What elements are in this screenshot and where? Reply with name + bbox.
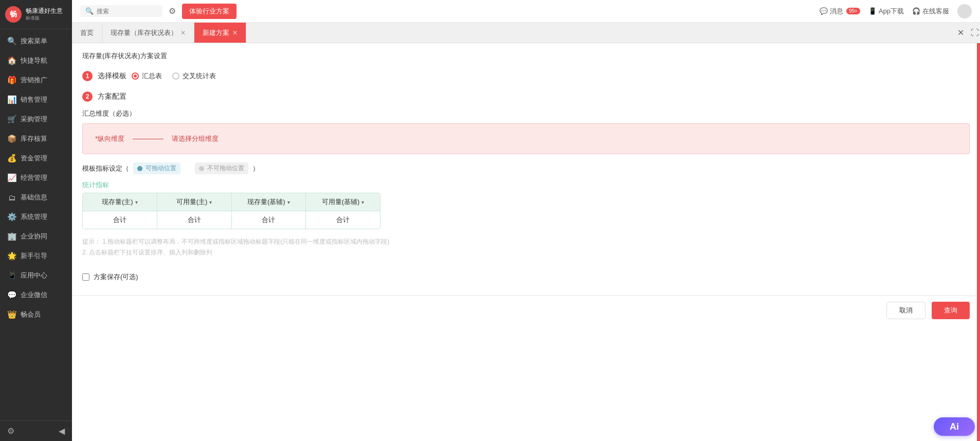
management-icon: 📈 (7, 173, 16, 182)
sidebar-item-label: 畅会员 (21, 310, 41, 319)
tab-new-label: 新建方案 (203, 28, 229, 38)
stats-cell-2: 合计 (232, 211, 306, 229)
sidebar-item-wechat[interactable]: 💬 企业微信 (0, 285, 72, 305)
finance-icon: 💰 (7, 154, 16, 163)
chevron-down-icon-0: ▾ (135, 199, 138, 205)
sidebar-nav: 🔍 搜索菜单 🏠 快捷导航 🎁 营销推广 📊 销售管理 🛒 采购管理 📦 库存核… (0, 29, 72, 420)
sidebar-item-label: 应用中心 (21, 271, 47, 280)
panel: 现存量(库存状况表)方案设置 1 选择模板 汇总表 交叉统计表 (72, 43, 980, 295)
tab-new-plan[interactable]: 新建方案 ✕ (194, 23, 246, 43)
radio-summary[interactable]: 汇总表 (132, 71, 162, 81)
section2-num: 2 (82, 91, 93, 102)
chevron-down-icon-2: ▾ (287, 199, 290, 205)
topbar-gear-icon[interactable]: ⚙ (169, 6, 176, 16)
topbar-left: 🔍 ⚙ 体验行业方案 (80, 4, 237, 19)
enterprise-icon: 🏢 (7, 232, 16, 241)
indicator-settings: 模板指标设定（ 可拖动位置 不可拖动位置 ） (82, 162, 970, 174)
stats-col-1[interactable]: 可用量(主) ▾ (157, 193, 232, 211)
member-icon: 👑 (7, 310, 16, 319)
section-template: 1 选择模板 汇总表 交叉统计表 (82, 71, 970, 81)
nontoggle-dot (199, 166, 204, 171)
dim-required-label: 汇总维度（必选） (82, 109, 970, 118)
topbar-search-box[interactable]: 🔍 (80, 5, 162, 17)
radio-crosstab-circle (172, 72, 179, 80)
section1-header: 1 选择模板 汇总表 交叉统计表 (82, 71, 970, 81)
sidebar-item-search[interactable]: 🔍 搜索菜单 (0, 31, 72, 51)
dim-box: *纵向维度 请选择分组维度 (82, 123, 970, 154)
sidebar-item-label: 搜索菜单 (21, 36, 47, 46)
radio-summary-label: 汇总表 (142, 71, 162, 81)
section1-label: 选择模板 (98, 71, 126, 81)
stats-cell-0: 合计 (83, 211, 157, 229)
stats-col-2[interactable]: 现存量(基辅) ▾ (232, 193, 306, 211)
sidebar-item-sales[interactable]: 📊 销售管理 (0, 90, 72, 109)
newbie-icon: 🌟 (7, 251, 16, 261)
stats-col-3[interactable]: 可用量(基辅) ▾ (306, 193, 380, 211)
message-icon: 💬 (820, 7, 828, 15)
cart-icon: 🛒 (7, 115, 16, 124)
sidebar-item-enterprise[interactable]: 🏢 企业协同 (0, 227, 72, 246)
footer-bar: 取消 查询 (72, 295, 980, 325)
sidebar-item-system[interactable]: ⚙️ 系统管理 (0, 207, 72, 227)
sidebar-item-management[interactable]: 📈 经营管理 (0, 168, 72, 188)
tab-inventory-close[interactable]: ✕ (180, 29, 186, 36)
topbar-search-icon: 🔍 (85, 7, 94, 15)
save-option: 方案保存(可选) (82, 267, 970, 287)
sidebar-item-quicknav[interactable]: 🏠 快捷导航 (0, 51, 72, 70)
stats-section-label: 统计指标 (82, 180, 970, 190)
dim-required-star: *纵向维度 (95, 134, 124, 143)
gift-icon: 🎁 (7, 76, 16, 85)
cancel-button[interactable]: 取消 (886, 302, 925, 319)
stats-col-2-label: 现存量(基辅) (247, 197, 285, 207)
toggle-dot (137, 166, 142, 171)
sidebar-footer: ⚙ ◀ (0, 420, 72, 441)
save-checkbox[interactable] (82, 273, 89, 281)
sidebar-item-basic-info[interactable]: 🗂 基础信息 (0, 188, 72, 207)
app-download-btn[interactable]: 📱 App下载 (868, 7, 904, 16)
online-service-btn[interactable]: 🎧 在线客服 (912, 7, 949, 16)
stats-table: 现存量(主) ▾ 可用量(主) ▾ 现存量(基辅) ▾ 可用量(基辅) (82, 193, 380, 229)
topbar-search-input[interactable] (97, 8, 157, 15)
section-config: 2 方案配置 汇总维度（必选） *纵向维度 请选择分组维度 模板指标设定（ (82, 91, 970, 257)
sidebar: 畅 畅康通好生意 标准版 🔍 搜索菜单 🏠 快捷导航 🎁 营销推广 📊 销售管理… (0, 0, 72, 441)
sidebar-item-label: 企业微信 (21, 290, 47, 300)
avatar[interactable] (957, 4, 972, 19)
save-label: 方案保存(可选) (94, 272, 138, 282)
section2-label: 方案配置 (98, 92, 126, 101)
section1-num: 1 (82, 71, 93, 81)
sidebar-item-label: 系统管理 (21, 212, 47, 222)
collapse-icon[interactable]: ◀ (59, 426, 65, 436)
sidebar-logo: 畅 畅康通好生意 标准版 (0, 0, 72, 29)
sidebar-item-inventory[interactable]: 📦 库存核算 (0, 129, 72, 149)
query-button[interactable]: 查询 (932, 302, 970, 319)
system-icon: ⚙️ (7, 212, 16, 222)
sidebar-item-label: 企业协同 (21, 232, 47, 241)
sidebar-item-label: 新手引导 (21, 251, 47, 261)
indicator-nontoggle: 不可拖动位置 (195, 162, 248, 174)
tab-new-close[interactable]: ✕ (232, 29, 238, 36)
chevron-down-icon-1: ▾ (209, 199, 212, 205)
sidebar-item-label: 销售管理 (21, 95, 47, 104)
sidebar-item-purchase[interactable]: 🛒 采购管理 (0, 109, 72, 129)
sidebar-item-newbie[interactable]: 🌟 新手引导 (0, 246, 72, 266)
close-btn[interactable]: ✕ (955, 28, 966, 38)
settings-icon[interactable]: ⚙ (7, 426, 14, 436)
sidebar-item-finance[interactable]: 💰 资金管理 (0, 149, 72, 168)
tips-item-2: 2. 点击标题栏下拉可设置排序、插入列和删除列 (82, 248, 970, 257)
expand-btn[interactable]: ⛶ (970, 28, 980, 38)
resize-handle[interactable] (977, 43, 980, 441)
tab-home[interactable]: 首页 (72, 23, 102, 43)
message-badge: 99+ (846, 8, 860, 14)
sidebar-item-label: 库存核算 (21, 134, 47, 143)
message-btn[interactable]: 💬 消息 99+ (820, 7, 860, 16)
ai-bubble[interactable]: Ai (934, 417, 975, 436)
trial-btn[interactable]: 体验行业方案 (182, 4, 237, 19)
tab-inventory-status[interactable]: 现存量（库存状况表） ✕ (102, 23, 194, 43)
logo-icon: 畅 (5, 6, 22, 23)
radio-crosstab[interactable]: 交叉统计表 (172, 71, 216, 81)
dim-line (133, 139, 164, 139)
sidebar-item-member[interactable]: 👑 畅会员 (0, 305, 72, 324)
sidebar-item-appstore[interactable]: 📱 应用中心 (0, 266, 72, 285)
sidebar-item-marketing[interactable]: 🎁 营销推广 (0, 70, 72, 90)
stats-col-0[interactable]: 现存量(主) ▾ (83, 193, 157, 211)
